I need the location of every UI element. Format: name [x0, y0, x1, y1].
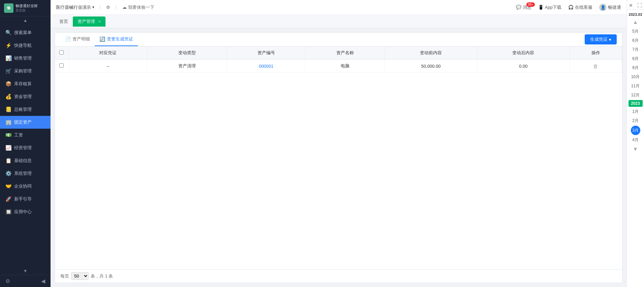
- settings-gear[interactable]: ⚙: [106, 5, 110, 10]
- row-checkbox[interactable]: [59, 63, 64, 68]
- sub-tab-change-voucher-label: 变更生成凭证: [107, 36, 133, 42]
- right-panel-expand-button[interactable]: ⛶: [637, 3, 642, 8]
- divider2: |: [116, 5, 117, 10]
- user-profile[interactable]: 👤 畅捷通: [599, 4, 621, 11]
- table-row: -- 资产清理 000001 电脑 50,000.00 0.00 🗑: [55, 60, 622, 73]
- logo-icon: 畅: [4, 3, 13, 13]
- sidebar-item-fixed-assets[interactable]: 🏢 固定资产: [0, 116, 51, 129]
- cloud-icon: ☁: [122, 5, 127, 10]
- sidebar-item-purchase[interactable]: 🛒 采购管理: [0, 65, 51, 77]
- date-scroll-up[interactable]: ▲: [627, 18, 644, 27]
- tab-asset-management[interactable]: 资产管理 ×: [73, 17, 105, 27]
- box-icon: 📦: [5, 81, 11, 87]
- company-selector[interactable]: 医疗器械行业演示 ▾: [56, 4, 94, 10]
- year-2023-badge[interactable]: 2023: [628, 100, 643, 107]
- col-asset-no: 资产编号: [226, 46, 306, 60]
- operations-icon: 📈: [5, 145, 11, 151]
- sidebar-item-salary[interactable]: 💵 工资: [0, 129, 51, 141]
- sidebar-item-label: 新手引导: [14, 196, 32, 202]
- sidebar-item-search[interactable]: 🔍 搜索菜单: [0, 26, 51, 39]
- experience-link[interactable]: ☁ 我要体验一下: [122, 4, 154, 10]
- sidebar-scroll-down[interactable]: ▼: [0, 267, 51, 275]
- sub-tab-change-voucher[interactable]: 🔄 变更生成凭证: [95, 33, 138, 46]
- right-panel-header: ✕ ⛶: [627, 1, 644, 10]
- month-1[interactable]: 1月: [628, 107, 643, 116]
- sidebar-item-label: 采购管理: [14, 68, 32, 74]
- col-before: 变动前内容: [385, 46, 477, 60]
- logo-sub: 普及版: [16, 8, 38, 13]
- row-checkbox-cell: [55, 60, 68, 73]
- cell-voucher: --: [68, 60, 148, 73]
- dropdown-arrow-icon: ▾: [92, 5, 94, 9]
- data-table-wrap: 对应凭证 变动类型 资产编号 资产名称 变动前内容 变动后内容 操作: [55, 46, 622, 269]
- sidebar-scroll-up[interactable]: ▲: [0, 17, 51, 24]
- sidebar-item-inventory[interactable]: 📦 库存核算: [0, 77, 51, 90]
- month-2[interactable]: 2月: [628, 117, 643, 125]
- generate-voucher-button[interactable]: 生成凭证 ▾: [585, 34, 617, 44]
- sidebar-item-sales[interactable]: 📊 销售管理: [0, 52, 51, 65]
- cell-asset-name: 电脑: [306, 60, 385, 73]
- sidebar-logo: 畅 畅捷通好业财 普及版: [0, 0, 51, 17]
- sidebar-item-corp[interactable]: 🤝 企业协同: [0, 180, 51, 193]
- lightning-icon: ⚡: [5, 42, 11, 49]
- sidebar-item-ledger[interactable]: 📒 总账管理: [0, 103, 51, 116]
- month-10[interactable]: 10月: [628, 73, 643, 81]
- sidebar-bottom: ⚙ ◀: [0, 275, 51, 287]
- month-12[interactable]: 12月: [628, 91, 643, 99]
- month-3-selected[interactable]: 3月: [631, 126, 640, 135]
- salary-icon: 💵: [5, 132, 11, 138]
- month-7[interactable]: 7月: [628, 45, 643, 54]
- cell-after: 0.00: [477, 60, 570, 73]
- right-panel-close-button[interactable]: ✕: [629, 3, 633, 8]
- col-after: 变动后内容: [477, 46, 570, 60]
- sidebar-item-funds[interactable]: 💰 资金管理: [0, 90, 51, 103]
- tab-home[interactable]: 首页: [56, 17, 71, 27]
- month-11[interactable]: 11月: [628, 82, 643, 90]
- per-page-select[interactable]: 50 100 200: [71, 272, 89, 280]
- sidebar-item-label: 固定资产: [14, 119, 32, 125]
- online-service-button[interactable]: 🎧 在线客服: [568, 4, 592, 10]
- month-8[interactable]: 8月: [628, 55, 643, 63]
- money-icon: 💰: [5, 94, 11, 100]
- main-area: 医疗器械行业演示 ▾ | ⚙ | ☁ 我要体验一下 💬 消息 99+ 📱 App…: [51, 0, 626, 287]
- col-action: 操作: [570, 46, 622, 60]
- app-download-button[interactable]: 📱 App下载: [538, 4, 561, 10]
- month-4[interactable]: 4月: [628, 136, 643, 144]
- sidebar-item-basic-info[interactable]: 📋 基础信息: [0, 154, 51, 167]
- sidebar-item-label: 搜索菜单: [14, 30, 32, 36]
- sidebar-item-operations[interactable]: 📈 经营管理: [0, 141, 51, 154]
- total-label: 条，共 1 条: [91, 273, 113, 279]
- messages-badge: 99+: [526, 2, 535, 7]
- delete-row-icon[interactable]: 🗑: [593, 63, 598, 69]
- avatar-icon: 👤: [599, 4, 607, 11]
- building-icon: 🏢: [5, 119, 11, 125]
- handshake-icon: 🤝: [5, 183, 11, 189]
- date-scroll-down[interactable]: ▼: [627, 145, 644, 154]
- app-download-label: App下载: [545, 4, 561, 10]
- user-name: 畅捷通: [608, 4, 621, 10]
- tab-close-icon[interactable]: ×: [98, 19, 101, 24]
- sidebar-item-app-center[interactable]: 🔲 应用中心: [0, 205, 51, 218]
- sub-tab-asset-detail[interactable]: 📄 资产明细: [60, 33, 95, 46]
- messages-button[interactable]: 💬 消息 99+: [516, 4, 531, 10]
- select-all-checkbox[interactable]: [59, 50, 64, 55]
- sidebar-item-label: 经营管理: [14, 145, 32, 151]
- cell-before: 50,000.00: [385, 60, 477, 73]
- sidebar-item-label: 库存核算: [14, 81, 32, 87]
- sidebar-item-label: 总账管理: [14, 106, 32, 113]
- month-6[interactable]: 6月: [628, 36, 643, 45]
- sidebar-item-system[interactable]: ⚙️ 系统管理: [0, 167, 51, 180]
- collapse-icon[interactable]: ◀: [41, 278, 45, 284]
- sidebar-item-guide[interactable]: 🚀 新手引导: [0, 193, 51, 205]
- search-icon: 🔍: [5, 30, 11, 36]
- right-date-panel: ✕ ⛶ 2023.03 ▲ 5月 6月 7月 8月 9月 10月 11月 12月…: [626, 0, 644, 287]
- sidebar-item-quick-nav[interactable]: ⚡ 快捷导航: [0, 39, 51, 52]
- settings-icon[interactable]: ⚙: [5, 278, 10, 284]
- content-panel: 📄 资产明细 🔄 变更生成凭证 生成凭证 ▾ 对应凭证: [55, 32, 622, 283]
- month-5[interactable]: 5月: [628, 27, 643, 36]
- sidebar-item-label: 工资: [14, 132, 23, 138]
- select-all-header: [55, 46, 68, 60]
- month-9[interactable]: 9月: [628, 64, 643, 72]
- cell-action: 🗑: [570, 60, 622, 73]
- tabbar: 首页 资产管理 ×: [51, 15, 626, 28]
